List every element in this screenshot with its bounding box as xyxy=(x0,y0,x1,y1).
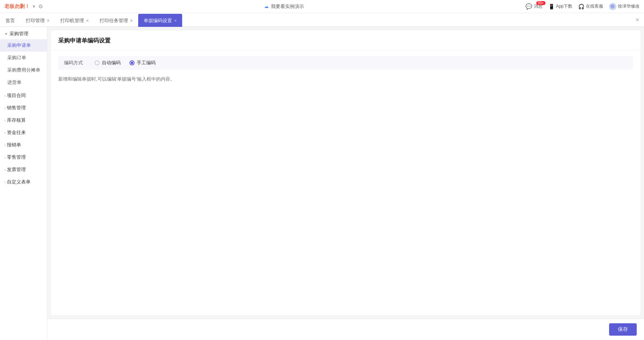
tab-print-mgmt-label: 打印管理 xyxy=(26,17,45,24)
sidebar-group-custom-form[interactable]: › 自定义表单 xyxy=(0,175,47,187)
demo-link[interactable]: 我要看实例演示 xyxy=(271,3,304,10)
collapse-arrow-project: › xyxy=(4,94,5,98)
collapse-arrow-custom: › xyxy=(4,180,5,184)
manual-coding-radio[interactable] xyxy=(129,60,135,65)
auto-coding-label: 自动编码 xyxy=(102,60,121,66)
sidebar-group-fund-label: 资金往来 xyxy=(7,129,26,136)
page-close-btn[interactable]: × xyxy=(631,13,644,27)
content-footer: 保存 xyxy=(47,319,644,340)
tab-barcode-setting-label: 单据编码设置 xyxy=(144,17,172,24)
content-inner: 采购申请单编码设置 编码方式 自动编码 手工编码 新增和编辑单据时,可以编辑'单… xyxy=(51,31,640,315)
sidebar-item-purchase-expense[interactable]: 采购费用分摊单 xyxy=(0,64,47,76)
tab-printer-mgmt[interactable]: 打印机管理 × xyxy=(55,14,94,27)
sidebar-group-project-contract[interactable]: › 项目合同 xyxy=(0,89,47,101)
app-icon: 📱 xyxy=(548,4,555,9)
app-download-btn[interactable]: 📱 App下数 xyxy=(548,3,572,9)
collapse-arrow-inventory: › xyxy=(4,118,5,122)
sidebar-group-purchase[interactable]: ▼ 采购管理 xyxy=(0,27,47,39)
sidebar-group-retail[interactable]: › 零售管理 xyxy=(0,150,47,163)
tab-home[interactable]: 首页 xyxy=(0,14,20,27)
user-profile-btn[interactable]: 徐 徐泽华修改 xyxy=(609,3,640,10)
sidebar-item-purchase-request[interactable]: 采购申请单 xyxy=(0,39,47,52)
collapse-arrow-retail: › xyxy=(4,155,5,159)
avatar-icon: 徐 xyxy=(609,3,616,10)
sidebar-group-sales-label: 销售管理 xyxy=(7,105,26,111)
sidebar-item-stock-in-label: 进货单 xyxy=(7,80,21,85)
sidebar-group-project-label: 项目合同 xyxy=(7,92,26,99)
content-area: 采购申请单编码设置 编码方式 自动编码 手工编码 新增和编辑单据时,可以编辑'单… xyxy=(47,27,644,340)
tab-print-task-mgmt-close[interactable]: × xyxy=(130,18,133,23)
online-service-btn[interactable]: 🎧 在线客服 xyxy=(578,3,603,9)
tab-print-mgmt-close[interactable]: × xyxy=(47,18,49,23)
top-bar-right: 💬 消息 99+ 📱 App下数 🎧 在线客服 徐 徐泽华修改 xyxy=(525,3,640,10)
sidebar-group-purchase-label: 采购管理 xyxy=(9,31,28,37)
tab-printer-mgmt-label: 打印机管理 xyxy=(60,17,84,24)
manual-coding-option[interactable]: 手工编码 xyxy=(129,60,156,66)
sidebar-item-purchase-order-label: 采购订单 xyxy=(7,55,26,60)
dropdown-icon[interactable]: ▾ xyxy=(33,4,35,9)
collapse-arrow-fund: › xyxy=(4,131,5,135)
tab-bar: 首页 打印管理 × 打印机管理 × 打印任务管理 × 单据编码设置 × × xyxy=(0,13,644,27)
sidebar-group-fund[interactable]: › 资金往来 xyxy=(0,126,47,138)
sidebar-item-stock-in[interactable]: 进货单 xyxy=(0,76,47,89)
top-bar-left: 老板勿删！ ▾ ⚙ xyxy=(4,3,43,10)
sidebar-group-custom-label: 自定义表单 xyxy=(7,179,31,185)
save-button[interactable]: 保存 xyxy=(609,323,637,336)
sidebar-group-returns[interactable]: › 报销单 xyxy=(0,138,47,150)
tab-printer-mgmt-close[interactable]: × xyxy=(86,18,89,23)
app-logo: 老板勿删！ xyxy=(4,3,30,10)
tab-print-task-mgmt-label: 打印任务管理 xyxy=(100,17,128,24)
collapse-arrow-returns: › xyxy=(4,143,5,147)
tab-barcode-setting-close[interactable]: × xyxy=(174,18,177,23)
auto-coding-option[interactable]: 自动编码 xyxy=(95,60,121,66)
sidebar-item-purchase-request-label: 采购申请单 xyxy=(7,42,31,48)
auto-coding-radio[interactable] xyxy=(95,60,100,65)
sidebar: ▼ 采购管理 采购申请单 采购订单 采购费用分摊单 进货单 › 项目合同 › 销… xyxy=(0,27,47,340)
sidebar-group-retail-label: 零售管理 xyxy=(7,154,26,161)
sidebar-group-invoice[interactable]: › 发票管理 xyxy=(0,163,47,175)
online-service-label: 在线客服 xyxy=(586,3,603,9)
tab-barcode-setting[interactable]: 单据编码设置 × xyxy=(138,14,182,27)
sidebar-item-purchase-order[interactable]: 采购订单 xyxy=(0,52,47,64)
sidebar-group-inventory[interactable]: › 库存核算 xyxy=(0,113,47,126)
message-icon: 💬 xyxy=(525,3,532,10)
hint-text: 新增和编辑单据时,可以编辑'单据编号'输入框中的内容。 xyxy=(58,76,633,83)
sidebar-item-purchase-expense-label: 采购费用分摊单 xyxy=(7,67,40,73)
tab-print-task-mgmt[interactable]: 打印任务管理 × xyxy=(94,14,138,27)
message-btn[interactable]: 💬 消息 99+ xyxy=(525,3,543,10)
demo-icon: ☁ xyxy=(264,4,269,9)
collapse-arrow-invoice: › xyxy=(4,168,5,172)
top-bar-center: ☁ 我要看实例演示 xyxy=(264,3,304,10)
settings-icon[interactable]: ⚙ xyxy=(38,3,43,10)
tab-print-mgmt[interactable]: 打印管理 × xyxy=(20,14,55,27)
sidebar-group-returns-label: 报销单 xyxy=(7,142,21,148)
top-bar: 老板勿删！ ▾ ⚙ ☁ 我要看实例演示 💬 消息 99+ 📱 App下数 🎧 在… xyxy=(0,0,644,13)
sidebar-group-inventory-label: 库存核算 xyxy=(7,117,26,124)
collapse-arrow-purchase: ▼ xyxy=(4,32,8,36)
collapse-arrow-sales: › xyxy=(4,106,5,110)
main-layout: ▼ 采购管理 采购申请单 采购订单 采购费用分摊单 进货单 › 项目合同 › 销… xyxy=(0,27,644,340)
user-label: 徐泽华修改 xyxy=(618,3,640,9)
coding-method-row: 编码方式 自动编码 手工编码 xyxy=(58,56,633,70)
app-download-label: App下数 xyxy=(556,3,572,9)
manual-coding-label: 手工编码 xyxy=(137,60,156,66)
tab-home-label: 首页 xyxy=(5,17,15,24)
content-body: 编码方式 自动编码 手工编码 新增和编辑单据时,可以编辑'单据编号'输入框中的内… xyxy=(51,50,640,89)
sidebar-group-invoice-label: 发票管理 xyxy=(7,166,26,173)
message-badge: 99+ xyxy=(536,1,545,5)
content-title: 采购申请单编码设置 xyxy=(51,31,640,50)
coding-method-label: 编码方式 xyxy=(64,60,83,66)
headset-icon: 🎧 xyxy=(578,4,584,9)
sidebar-group-sales[interactable]: › 销售管理 xyxy=(0,101,47,113)
